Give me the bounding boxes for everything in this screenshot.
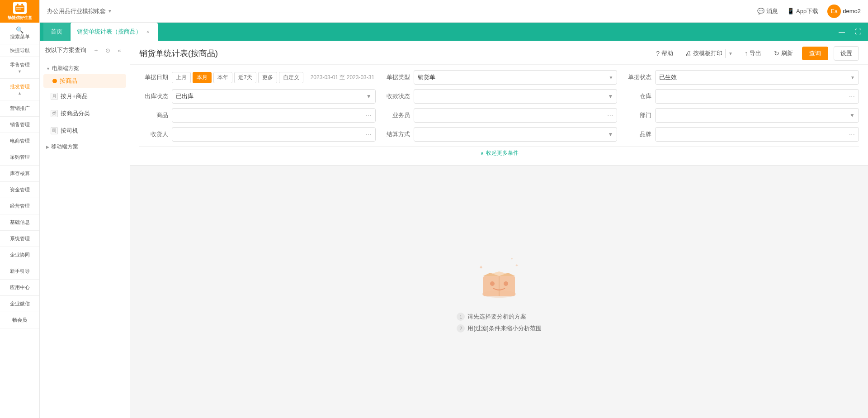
user-avatar-btn[interactable]: Ea demo2	[827, 5, 861, 18]
doc-type-dropdown[interactable]: 销货单 ▼	[414, 70, 618, 85]
filter-row-4: 收货人 ··· 结算方式 ▼	[139, 127, 859, 142]
tip-num-2: 2	[457, 324, 465, 332]
scheme-item-month-goods[interactable]: 月 按月+商品	[49, 90, 97, 103]
doc-type-label: 单据类型	[381, 73, 414, 81]
date-btn-this-year[interactable]: 本年	[213, 72, 232, 83]
settings-btn[interactable]: 设置	[834, 46, 859, 61]
svg-point-8	[490, 281, 495, 286]
sidebar-item-ecommerce[interactable]: 电商管理	[0, 133, 39, 149]
sidebar-quick-nav[interactable]: 快捷导航	[0, 44, 39, 57]
scheme-group-pc-title[interactable]: ▼ 电脑端方案	[43, 63, 126, 74]
sidebar-search[interactable]: 🔍 搜索菜单	[0, 23, 39, 44]
sidebar-item-system[interactable]: 系统管理	[0, 231, 39, 247]
app-name: 畅捷信好生意	[8, 15, 32, 21]
receipt-status-value: ▼	[414, 89, 618, 104]
scheme-item-driver[interactable]: 司 按司机	[49, 124, 87, 138]
doc-status-dropdown[interactable]: 已生效 ▼	[655, 70, 859, 85]
empty-tips: 1 请先选择要分析的方案 2 用[过滤]条件来缩小分析范围	[457, 313, 541, 332]
goods-value: ···	[172, 108, 376, 123]
svg-rect-1	[16, 7, 24, 8]
filter-cell-goods: 商品 ···	[139, 108, 376, 123]
recipient-field[interactable]: ···	[172, 127, 376, 142]
recipient-dots[interactable]: ···	[365, 130, 371, 138]
scheme-item-goods-category[interactable]: 类 按商品分类	[49, 107, 99, 120]
print-btn[interactable]: 🖨 按模板打印	[682, 48, 725, 59]
doc-status-value: 已生效 ▼	[655, 70, 859, 85]
page-title: 销货单统计表(按商品)	[139, 48, 218, 59]
sidebar-item-sales[interactable]: 销售管理	[0, 117, 39, 133]
dept-value: ▼	[655, 108, 859, 123]
sidebar-item-purchase[interactable]: 采购管理	[0, 149, 39, 166]
scheme-group-mobile-title[interactable]: ▶ 移动端方案	[43, 141, 126, 152]
goods-dots[interactable]: ···	[365, 111, 371, 119]
app-download-btn[interactable]: 📱 App下载	[787, 7, 818, 15]
date-btn-this-month[interactable]: 本月	[193, 72, 212, 83]
filter-cell-recipient: 收货人 ···	[139, 127, 376, 142]
sidebar-item-member[interactable]: 畅会员	[0, 312, 39, 328]
sidebar-item-marketing[interactable]: 营销推广	[0, 100, 39, 117]
scheme-subgroup3: 司 按司机	[43, 122, 126, 139]
date-label: 单据日期	[139, 73, 172, 81]
filter-cell-dept: 部门 ▼	[623, 108, 859, 123]
sidebar-item-retail[interactable]: 零售管理 ▼	[0, 57, 39, 79]
receipt-status-dropdown[interactable]: ▼	[414, 89, 618, 104]
sidebar-item-wholesale[interactable]: 批发管理 ▲	[0, 79, 39, 100]
tab-active[interactable]: 销货单统计表（按商品） ×	[71, 23, 158, 41]
print-dropdown-btn[interactable]: ▼	[725, 49, 736, 58]
date-btn-last-month[interactable]: 上月	[172, 72, 191, 83]
empty-tip-1: 1 请先选择要分析的方案	[457, 313, 541, 321]
tab-maximize-btn[interactable]: ⛶	[852, 25, 864, 38]
sidebar-item-inventory[interactable]: 库存核算	[0, 166, 39, 182]
scheme-add-btn[interactable]: ＋	[91, 45, 101, 55]
date-btn-7days[interactable]: 近7天	[234, 72, 256, 83]
svg-rect-2	[16, 9, 21, 10]
salesperson-field[interactable]: ···	[414, 108, 618, 123]
empty-tip-2: 2 用[过滤]条件来缩小分析范围	[457, 324, 541, 332]
empty-illustration: ✦ ✦ ✦	[472, 251, 526, 305]
scheme-header-icons: ＋ ⊙ «	[91, 45, 124, 55]
date-btn-custom[interactable]: 自定义	[279, 72, 303, 83]
dept-dropdown[interactable]: ▼	[655, 108, 859, 123]
warehouse-field[interactable]: ···	[655, 89, 859, 104]
sidebar-item-basic[interactable]: 基础信息	[0, 214, 39, 231]
main-panel: 销货单统计表(按商品) ? 帮助 🖨 按模板打印 ▼ ↑	[130, 41, 868, 418]
scheme-item-by-goods[interactable]: 按商品	[43, 74, 126, 88]
collapse-bar[interactable]: ∧ 收起更多条件	[139, 146, 859, 160]
goods-category-icon: 类	[51, 110, 58, 117]
out-status-dropdown[interactable]: 已出库 ▼	[172, 89, 376, 104]
sidebar-item-finance[interactable]: 资金管理	[0, 182, 39, 198]
sidebar-item-wechat[interactable]: 企业微信	[0, 296, 39, 312]
warehouse-dots[interactable]: ···	[849, 92, 855, 100]
scheme-edit-btn[interactable]: ⊙	[103, 45, 113, 55]
out-status-chevron: ▼	[366, 93, 372, 100]
message-btn[interactable]: 💬 消息	[757, 7, 778, 15]
sidebar-item-operation[interactable]: 经营管理	[0, 198, 39, 214]
export-btn[interactable]: ↑ 导出	[741, 48, 765, 59]
scheme-collapse-btn[interactable]: «	[114, 45, 124, 55]
brand-field[interactable]: ···	[655, 127, 859, 142]
sidebar-item-newbie[interactable]: 新手引导	[0, 263, 39, 280]
sidebar-item-enterprise[interactable]: 企业协同	[0, 247, 39, 263]
sidebar-item-apps[interactable]: 应用中心	[0, 280, 39, 296]
date-btn-more[interactable]: 更多	[258, 72, 277, 83]
brand-value: ···	[655, 127, 859, 142]
settlement-dropdown[interactable]: ▼	[414, 127, 618, 142]
filter-area: 单据日期 上月 本月 本年 近7天 更多 自定义 2023-03-01 至 20…	[130, 65, 868, 166]
salesperson-dots[interactable]: ···	[607, 111, 613, 119]
breadcrumb-dropdown-icon[interactable]: ▼	[108, 9, 112, 14]
query-btn[interactable]: 查询	[802, 47, 828, 60]
breadcrumb: 办公用品行业模拟账套 ▼	[47, 7, 112, 15]
tab-minimize-btn[interactable]: —	[835, 25, 848, 38]
goods-field[interactable]: ···	[172, 108, 376, 123]
goods-label: 商品	[139, 111, 172, 119]
out-status-label: 出库状态	[139, 92, 172, 100]
salesperson-value: ···	[414, 108, 618, 123]
receipt-chevron: ▼	[608, 93, 613, 100]
tab-home[interactable]: 首页	[43, 23, 70, 41]
tab-close-btn[interactable]: ×	[144, 28, 151, 35]
refresh-btn[interactable]: ↻ 刷新	[770, 48, 797, 59]
receipt-status-label: 收款状态	[381, 92, 414, 100]
content-area: 按以下方案查询 ＋ ⊙ « ▼ 电脑端方案 按商品 月	[40, 41, 868, 418]
brand-dots[interactable]: ···	[849, 130, 855, 138]
help-btn[interactable]: ? 帮助	[652, 48, 677, 59]
